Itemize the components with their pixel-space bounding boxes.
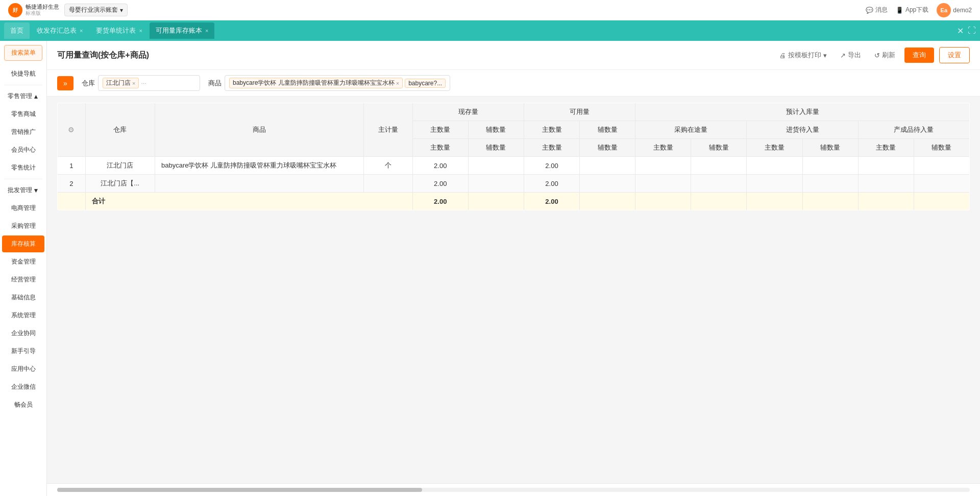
filter-toggle-button[interactable]: » — [57, 76, 74, 90]
print-template-button[interactable]: 🖨 按模板打印 ▾ — [775, 49, 831, 62]
sidebar-item-inventory[interactable]: 库存核算 — [2, 235, 44, 252]
total-stock-main: 2.00 — [412, 193, 468, 210]
cell-product-2 — [155, 175, 363, 193]
export-button[interactable]: ↗ 导出 — [836, 49, 865, 62]
sidebar-item-finance[interactable]: 资金管理 — [2, 253, 44, 270]
sidebar-item-system[interactable]: 系统管理 — [2, 307, 44, 324]
tab-close-order-stats[interactable]: × — [139, 28, 142, 34]
message-icon: 💬 — [866, 7, 873, 14]
th-avail-aux: 辅数量 — [580, 121, 635, 139]
total-pur-pending-main — [747, 193, 802, 210]
sidebar-item-retail-mgmt[interactable]: 零售管理 ▲ — [2, 88, 44, 105]
total-avail-main: 2.00 — [524, 193, 579, 210]
product-filter-label: 商品 — [208, 79, 222, 88]
table-row: 1 江北门店 babycare学饮杯 儿童防摔防撞吸管杯重力球吸嘴杯宝宝水杯 个… — [58, 157, 970, 175]
cell-avail-main-1: 2.00 — [524, 157, 579, 175]
th-product: 商品 — [155, 103, 363, 157]
message-button[interactable]: 💬 消息 — [866, 6, 888, 14]
sidebar-item-wechat-biz[interactable]: 企业微信 — [2, 379, 44, 395]
tab-available-stock[interactable]: 可用量库存账本 × — [150, 22, 214, 39]
tab-home[interactable]: 首页 — [4, 22, 30, 39]
arrow-icon: ▲ — [33, 93, 39, 100]
main-layout: 搜索菜单 快捷导航 零售管理 ▲ 零售商城 营销推广 会员中心 零售统计 批发管… — [0, 41, 980, 496]
warehouse-ellipsis: ··· — [141, 80, 146, 87]
total-avail-aux — [580, 193, 635, 210]
th-settings: ⚙ — [58, 103, 86, 157]
cell-prod-pending-aux-2 — [914, 175, 969, 193]
app-download-button[interactable]: 📱 App下载 — [896, 6, 928, 14]
logo-icon: 好 — [8, 3, 22, 17]
cell-pur-transit-aux-2 — [691, 175, 747, 193]
warehouse-tag-remove[interactable]: × — [132, 80, 135, 86]
tab-close-available-stock[interactable]: × — [205, 28, 208, 34]
sidebar-item-app-center[interactable]: 应用中心 — [2, 361, 44, 377]
scroll-thumb — [57, 488, 422, 492]
close-all-tabs-button[interactable]: ✕ — [957, 26, 964, 36]
sidebar-item-quick-nav[interactable]: 快捷导航 — [2, 65, 44, 82]
sidebar-item-collab[interactable]: 企业协同 — [2, 325, 44, 342]
user-menu[interactable]: Ea demo2 — [937, 3, 972, 17]
sidebar-item-retail-stats[interactable]: 零售统计 — [2, 159, 44, 176]
page-title: 可用量查询(按仓库+商品) — [57, 50, 149, 61]
th-pur-pending-aux: 辅数量 — [802, 139, 858, 157]
cell-stock-aux-2 — [468, 175, 524, 193]
th-pur-transit-group: 采购在途量 — [635, 121, 747, 139]
sidebar-item-marketing[interactable]: 营销推广 — [2, 124, 44, 140]
tab-receipt-summary[interactable]: 收发存汇总表 × — [31, 22, 89, 39]
cell-pur-pending-aux-1 — [802, 157, 858, 175]
sidebar-item-purchase[interactable]: 采购管理 — [2, 218, 44, 234]
cell-seq-1: 1 — [58, 157, 86, 175]
tab-order-stats[interactable]: 要货单统计表 × — [90, 22, 148, 39]
sidebar-item-ecommerce[interactable]: 电商管理 — [2, 200, 44, 217]
th-pur-transit-main: 主数量 — [635, 139, 691, 157]
th-pur-transit-aux: 辅数量 — [691, 139, 747, 157]
table-settings-icon[interactable]: ⚙ — [68, 126, 75, 134]
logo-area: 好 畅捷通好生意 标准版 — [8, 3, 59, 17]
cell-stock-main-1: 2.00 — [412, 157, 468, 175]
tab-close-receipt-summary[interactable]: × — [80, 28, 83, 34]
sidebar-item-operations[interactable]: 经营管理 — [2, 271, 44, 288]
total-stock-aux — [468, 193, 524, 210]
total-pur-transit-aux — [691, 193, 747, 210]
warehouse-filter-input[interactable]: 江北门店 × ··· — [98, 75, 200, 91]
cell-pur-transit-aux-1 — [691, 157, 747, 175]
cell-pur-pending-main-1 — [747, 157, 802, 175]
mobile-icon: 📱 — [896, 7, 903, 14]
refresh-button[interactable]: ↺ 刷新 — [870, 49, 899, 62]
avatar: Ea — [937, 3, 951, 17]
tab-bar: 首页 收发存汇总表 × 要货单统计表 × 可用量库存账本 × ✕ ⛶ — [0, 20, 980, 41]
cell-avail-aux-1 — [580, 157, 635, 175]
th-avail-main: 主数量 — [524, 121, 579, 139]
cell-stock-main-2: 2.00 — [412, 175, 468, 193]
th-prod-pending-group: 产成品待入量 — [858, 121, 969, 139]
sidebar-item-retail-mall[interactable]: 零售商城 — [2, 106, 44, 123]
brand-text: 畅捷通好生意 标准版 — [26, 4, 59, 16]
cell-unit-2 — [364, 175, 412, 193]
cell-warehouse-1: 江北门店 — [85, 157, 155, 175]
cell-pur-transit-main-1 — [635, 157, 691, 175]
total-label: 合计 — [85, 193, 412, 210]
export-icon: ↗ — [840, 52, 846, 59]
query-button[interactable]: 查询 — [904, 48, 934, 63]
th-stock-group: 现存量 — [412, 103, 524, 121]
cell-product-1: babycare学饮杯 儿童防摔防撞吸管杯重力球吸嘴杯宝宝水杯 — [155, 157, 363, 175]
warehouse-tag: 江北门店 × — [103, 78, 139, 88]
sidebar-item-vip-member[interactable]: 畅会员 — [2, 396, 44, 413]
sidebar-item-newbie[interactable]: 新手引导 — [2, 343, 44, 360]
cell-avail-main-2: 2.00 — [524, 175, 579, 193]
product-filter-input[interactable]: babycare学饮杯 儿童防摔防撞吸管杯重力球吸嘴杯宝宝水杯 × babyca… — [225, 75, 450, 91]
search-menu-button[interactable]: 搜索菜单 — [4, 45, 42, 61]
setting-button[interactable]: 设置 — [939, 47, 970, 63]
tenant-selector[interactable]: 母婴行业演示账套 ▾ — [64, 4, 128, 16]
table-row: 2 江北门店【... 2.00 2.00 — [58, 175, 970, 193]
sidebar-item-wholesale-mgmt[interactable]: 批发管理 ▼ — [2, 182, 44, 199]
sidebar-item-basics[interactable]: 基础信息 — [2, 289, 44, 306]
sidebar-item-member-center[interactable]: 会员中心 — [2, 141, 44, 158]
horizontal-scrollbar[interactable] — [57, 488, 970, 492]
product-tag-2: babycare?... — [405, 79, 446, 88]
cell-prod-pending-main-1 — [858, 157, 914, 175]
total-pur-transit-main — [635, 193, 691, 210]
product-tag-1-remove[interactable]: × — [396, 80, 399, 86]
expand-tabs-button[interactable]: ⛶ — [968, 26, 976, 35]
chevron-down-icon-print: ▾ — [823, 52, 827, 59]
